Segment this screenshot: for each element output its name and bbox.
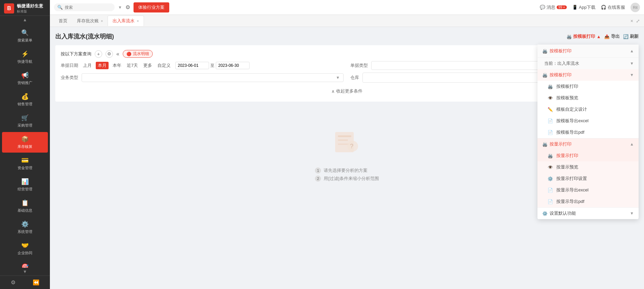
sidebar-item-collab[interactable]: 🤝 企业协同 [2,238,48,259]
print-template-btn[interactable]: 🖨️ 按模板打印 ▲ [566,33,601,40]
biz-type-select[interactable]: ▼ [82,73,344,82]
sidebar-settings-btn[interactable]: ⚙ [11,279,16,286]
date-field: 单据日期 上月 本月 本年 近7天 更多 自定义 至 [61,62,344,69]
dropdown-item-display-preview[interactable]: 👁️ 按显示预览 [537,161,639,173]
dropdown-item-display-settings[interactable]: ⚙️ 按显示打印设置 [537,173,639,184]
filter-add-btn[interactable]: + [95,50,102,58]
topbar-right: 💬 消息 99 + 📱 App下载 🎧 在线客服 Rit [540,3,640,12]
sidebar-item-operation[interactable]: 📊 经营管理 [2,175,48,195]
step-2-text: 用[过滤]条件来缩小分析范围 [324,176,379,182]
trial-btn[interactable]: 体验行业方案 [134,2,169,12]
tab-flow-label: 出入库流水 [113,18,135,24]
date-opt-last-month[interactable]: 上月 [82,62,93,69]
messages-btn[interactable]: 💬 消息 99 + [540,4,567,10]
display-print-icon: 🖨️ [548,153,553,158]
sidebar-item-label: 库存核算 [18,144,32,149]
dropdown-item-display-excel[interactable]: 📄 按显示导出excel [537,184,639,196]
avatar-text: Rit [633,5,637,9]
dropdown-item-template-preview[interactable]: 👁️ 按模板预览 [537,92,639,104]
dropdown-item-template-pdf[interactable]: 📄 按模板导出pdf [537,127,639,138]
topbar-dropdown-icon[interactable]: ▼ [118,5,122,10]
date-opt-this-month[interactable]: 本月 [96,62,109,69]
dropdown-item-display-print[interactable]: 🖨️ 按显示打印 [537,150,639,161]
headset-icon: 🎧 [601,5,606,10]
date-range-start[interactable] [175,62,209,69]
date-range-end[interactable] [216,62,250,69]
dropdown-item-display-pdf[interactable]: 📄 按显示导出pdf [537,196,639,207]
dropdown-item-template-excel[interactable]: 📄 按模板导出excel [537,115,639,127]
sidebar-scroll-down[interactable]: ▼ [0,268,50,275]
customer-service-label: 在线客服 [608,4,625,10]
dropdown-collapse-arrow[interactable]: ▲ [630,49,634,53]
sidebar-item-finance[interactable]: 💳 资金管理 [2,153,48,174]
sidebar-item-sales[interactable]: 💰 销售管理 [2,89,48,110]
empty-step-2: 2 用[过滤]条件来缩小分析范围 [315,176,379,182]
sales-icon: 💰 [21,93,29,100]
topbar-search[interactable]: 🔍 [54,3,115,11]
dropdown-current-item[interactable]: 当前：出入库流水 ▼ [537,58,639,69]
tab-flow[interactable]: 出入库流水 × [108,16,144,26]
tab-home[interactable]: 首页 [54,16,72,26]
date-opt-this-year[interactable]: 本年 [111,62,123,69]
svg-rect-1 [338,135,351,137]
step-2-num: 2 [315,176,321,182]
print-dropdown-arrow[interactable]: ▲ [596,34,601,39]
dropdown-item-template-custom[interactable]: ✏️ 模板自定义设计 [537,104,639,115]
dropdown-footer-title: ⚙️ 设置默认功能 [542,210,576,216]
display-excel-icon: 📄 [548,188,553,193]
filter-setting-btn[interactable]: ⚙ [106,50,113,58]
sidebar-item-basic[interactable]: 📋 基础信息 [2,196,48,216]
sidebar-item-label: 资金管理 [18,165,32,170]
print-dropdown-panel: 🖨️ 按模板打印 ▲ 当前：出入库流水 ▼ 🖨️ 按模板打印 [537,45,639,219]
avatar[interactable]: Rit [631,3,640,12]
operation-icon: 📊 [21,178,29,185]
quick-nav-icon: ⚡ [21,50,29,58]
tab-expand-icon[interactable]: ⤢ [636,18,640,24]
sidebar-item-label: 营销推广 [18,80,32,85]
filter-tag-flow[interactable]: 🔴 流水明细 [123,50,153,58]
sidebar-item-inventory[interactable]: 📦 库存核算 [2,132,48,153]
customer-service-btn[interactable]: 🎧 在线客服 [601,4,625,10]
main-area: 🔍 ▼ ⚙ 体验行业方案 💬 消息 99 + 📱 App下载 🎧 在线客服 [50,0,644,289]
sidebar-collapse-btn[interactable]: ⏪ [33,279,39,286]
sidebar-item-guide[interactable]: 🎯 新手引导 [2,260,48,268]
sidebar-item-label: 企业协同 [18,251,32,256]
guide-icon: 🎯 [21,263,29,268]
message-badge: 99 + [557,5,567,9]
tab-batch-account-close[interactable]: × [101,19,103,23]
app-download-btn[interactable]: 📱 App下载 [572,4,595,10]
tab-close-all-icon[interactable]: × [631,18,633,24]
sidebar-item-purchase[interactable]: 🛒 采购管理 [2,111,48,131]
template-section-icon: 🖨️ [542,73,548,78]
date-opt-more[interactable]: 更多 [142,62,153,69]
footer-settings-icon: ⚙️ [542,211,548,216]
dropdown-display-header[interactable]: 🖨️ 按显示打印 ▲ [537,138,639,150]
refresh-btn[interactable]: 🔄 刷新 [623,33,639,40]
search-input[interactable] [65,5,105,10]
display-settings-icon: ⚙️ [548,176,553,181]
message-label: 消息 [547,4,555,10]
sidebar-item-system[interactable]: ⚙️ 系统管理 [2,217,48,238]
tab-batch-account[interactable]: 库存批次账 × [72,16,108,26]
dropdown-item-template-print[interactable]: 🖨️ 按模板打印 [537,81,639,92]
display-preview-label: 按显示预览 [556,164,634,170]
date-opt-last-7days[interactable]: 近7天 [125,62,139,69]
dropdown-footer[interactable]: ⚙️ 设置默认功能 ▼ [537,208,639,219]
date-opt-custom[interactable]: 自定义 [156,62,172,69]
export-btn[interactable]: 📤 导出 [604,33,620,40]
app-download-label: App下载 [579,4,595,10]
dropdown-display-title: 🖨️ 按显示打印 [542,141,572,147]
filter-collapse-icon[interactable]: « [116,51,119,57]
sidebar-item-quick-nav[interactable]: ⚡ 快捷导航 [2,47,48,68]
sidebar-scroll-up[interactable]: ▲ [0,16,50,24]
collab-icon: 🤝 [21,242,29,249]
sidebar-item-search-menu[interactable]: 🔍 搜索菜单 [2,26,48,46]
logo-main-text: 畅捷通好生意 [17,3,43,9]
tab-flow-close[interactable]: × [137,19,139,23]
biz-type-label: 业务类型 [61,75,78,81]
topbar-settings-icon[interactable]: ⚙ [125,4,130,10]
dropdown-template-header[interactable]: 🖨️ 按模板打印 ▼ [537,69,639,81]
svg-text:?: ? [350,143,353,150]
sidebar-item-label: 基础信息 [18,208,32,213]
sidebar-item-marketing[interactable]: 📢 营销推广 [2,68,48,89]
